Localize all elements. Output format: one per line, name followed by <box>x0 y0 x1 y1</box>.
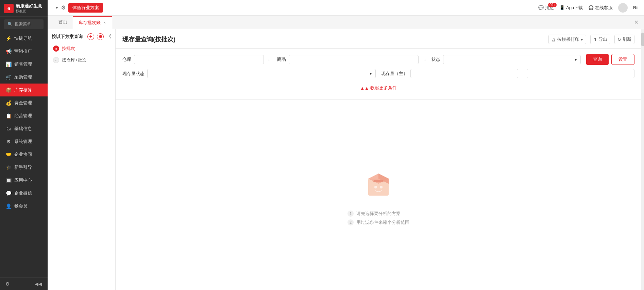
add-scheme-button[interactable]: + <box>87 33 94 40</box>
sidebar-item-inventory[interactable]: 📦 库存核算 <box>0 84 48 96</box>
product-more-icon[interactable]: ··· <box>423 57 426 62</box>
search-icon: 🔍 <box>7 22 13 26</box>
operations-icon: 📋 <box>5 113 12 119</box>
qty-max-input[interactable] <box>527 69 634 78</box>
sidebar-nav: ⚡ 快捷导航 📢 营销推广 📊 销售管理 🛒 采购管理 📦 库存核算 💰 <box>0 32 48 277</box>
message-icon: 💬 <box>538 5 544 10</box>
svg-point-4 <box>374 186 377 188</box>
content-area: 按以下方案查询 + ⚙ 《 ● 按批次 ○ 按仓库+批次 <box>48 29 644 290</box>
topbar-right: 💬 消息 99+ 📱 App下载 🎧 在线客服 Rit <box>538 3 639 13</box>
tabs-bar: 首页 库存批次账 × ✕ <box>48 16 644 29</box>
user-avatar[interactable] <box>618 3 628 13</box>
warehouse-field: 仓库 ··· <box>122 55 272 64</box>
sidebar-item-quick-nav[interactable]: ⚡ 快捷导航 <box>0 32 48 45</box>
online-service-button[interactable]: 🎧 在线客服 <box>588 5 613 11</box>
sidebar-item-app-center[interactable]: 🔲 应用中心 <box>0 174 48 187</box>
app-download-button[interactable]: 📱 App下载 <box>559 5 583 11</box>
scheme-dot-inactive: ○ <box>53 57 59 63</box>
settings-footer-icon[interactable]: ⚙ <box>5 281 10 287</box>
message-button[interactable]: 💬 消息 99+ <box>538 5 554 11</box>
refresh-icon: ↻ <box>617 37 621 42</box>
status-select[interactable]: ▾ <box>443 55 581 64</box>
scheme-item-batch[interactable]: ● 按批次 <box>48 43 115 54</box>
refresh-btn[interactable]: ↻ 刷新 <box>614 35 634 44</box>
query-action-area: 查询 设置 <box>586 54 634 65</box>
page-header: 现存量查询(按批次) 🖨 按模板打印 ▾ ⬆ 导出 ↻ <box>116 29 641 49</box>
collapse-arrow-icon: ▲▲ <box>360 86 369 91</box>
search-menu-button[interactable]: 🔍 搜索菜单 <box>4 19 44 29</box>
print-icon: 🖨 <box>552 37 556 42</box>
product-input[interactable] <box>289 55 419 64</box>
settings-button[interactable]: 设置 <box>611 54 634 65</box>
collapse-conditions-row[interactable]: ▲▲ 收起更多条件 <box>122 82 634 94</box>
right-scrollbar[interactable] <box>641 29 644 290</box>
filter-panel-actions: + ⚙ 《 <box>87 33 111 40</box>
inventory-status-arrow: ▾ <box>370 71 372 76</box>
sidebar-item-base-info[interactable]: 🗂 基础信息 <box>0 122 48 135</box>
topbar-settings-icon[interactable]: ⚙ <box>61 4 66 11</box>
sidebar-item-purchase[interactable]: 🛒 采购管理 <box>0 71 48 84</box>
newbie-icon: 🎓 <box>5 164 12 170</box>
sidebar-item-collab[interactable]: 🤝 企业协同 <box>0 148 48 161</box>
warehouse-label: 仓库 <box>122 56 131 62</box>
sidebar-item-finance[interactable]: 💰 资金管理 <box>0 96 48 109</box>
sidebar-item-member[interactable]: 👤 畅会员 <box>0 200 48 213</box>
print-dropdown-icon[interactable]: ▾ <box>581 37 583 42</box>
base-info-icon: 🗂 <box>5 126 12 132</box>
sidebar-item-system[interactable]: ⚙ 系统管理 <box>0 135 48 148</box>
empty-hints: 1 请先选择要分析的方案 2 用过滤条件来缩小分析范围 <box>348 211 409 228</box>
panel-close-button[interactable]: ✕ <box>629 19 644 25</box>
export-btn[interactable]: ⬆ 导出 <box>590 35 610 44</box>
sidebar-item-wechat[interactable]: 💬 企业微信 <box>0 187 48 200</box>
tab-home[interactable]: 首页 <box>53 16 73 29</box>
sidebar-header: 6 畅康通好生意 标准版 <box>0 0 48 17</box>
tab-close-icon[interactable]: × <box>103 20 106 26</box>
sidebar-item-newbie[interactable]: 🎓 新手引导 <box>0 161 48 174</box>
topbar-dropdown-icon[interactable]: ▾ <box>56 5 58 10</box>
query-button[interactable]: 查询 <box>586 54 609 65</box>
inventory-status-label: 现存量状态 <box>122 71 145 77</box>
warehouse-more-icon[interactable]: ··· <box>268 57 272 62</box>
page-actions: 🖨 按模板打印 ▾ ⬆ 导出 ↻ 刷新 <box>548 35 634 44</box>
qty-min-input[interactable] <box>410 69 518 78</box>
settings-scheme-button[interactable]: ⚙ <box>97 33 104 40</box>
app-title: 畅康通好生意 标准版 <box>16 3 42 14</box>
service-icon: 🎧 <box>588 5 594 10</box>
sidebar-item-operations[interactable]: 📋 经营管理 <box>0 109 48 122</box>
inventory-status-select[interactable]: ▾ <box>147 69 376 78</box>
scrollbar-thumb[interactable] <box>641 33 644 46</box>
empty-hint-2: 2 用过滤条件来缩小分析范围 <box>348 219 409 225</box>
filter-panel-header: 按以下方案查询 + ⚙ 《 <box>48 33 115 43</box>
svg-point-5 <box>380 186 383 188</box>
scheme-dot-active: ● <box>53 46 59 52</box>
collapse-sidebar-icon[interactable]: ◀◀ <box>35 281 42 287</box>
inventory-qty-field: 现存量（主） — <box>381 69 634 78</box>
qty-separator: — <box>520 71 525 76</box>
tab-inventory-batch[interactable]: 库存批次账 × <box>73 16 112 30</box>
experience-btn[interactable]: 体验行业方案 <box>68 3 103 13</box>
username-label[interactable]: Rit <box>633 5 639 10</box>
warehouse-input[interactable] <box>134 55 264 64</box>
topbar: ▾ ⚙ 体验行业方案 💬 消息 99+ 📱 App下载 🎧 在线客服 <box>48 0 644 16</box>
filter-row-2: 现存量状态 ▾ 现存量（主） — <box>122 69 634 78</box>
product-field: 商品 ··· <box>277 55 426 64</box>
filter-form-area: 仓库 ··· 商品 ··· 状态 <box>116 49 641 99</box>
member-icon: 👤 <box>5 203 12 209</box>
scheme-item-warehouse-batch[interactable]: ○ 按仓库+批次 <box>48 54 115 66</box>
svg-rect-3 <box>373 180 384 182</box>
sidebar-search-area: 🔍 搜索菜单 <box>0 17 48 32</box>
app-download-icon: 📱 <box>559 5 565 10</box>
topbar-left: ▾ ⚙ 体验行业方案 <box>53 3 534 13</box>
inventory-status-field: 现存量状态 ▾ <box>122 69 376 78</box>
print-btn[interactable]: 🖨 按模板打印 ▾ <box>548 35 586 44</box>
sidebar-item-marketing[interactable]: 📢 营销推广 <box>0 45 48 58</box>
filter-scheme-panel: 按以下方案查询 + ⚙ 《 ● 按批次 ○ 按仓库+批次 <box>48 29 116 290</box>
wechat-icon: 💬 <box>5 190 12 196</box>
app-center-icon: 🔲 <box>5 177 12 183</box>
purchase-icon: 🛒 <box>5 74 12 80</box>
sales-icon: 📊 <box>5 61 12 67</box>
collapse-panel-icon[interactable]: 《 <box>106 34 111 40</box>
app-logo-icon: 6 <box>4 4 14 13</box>
sidebar-logo: 6 畅康通好生意 标准版 <box>4 3 44 14</box>
sidebar-item-sales[interactable]: 📊 销售管理 <box>0 58 48 71</box>
